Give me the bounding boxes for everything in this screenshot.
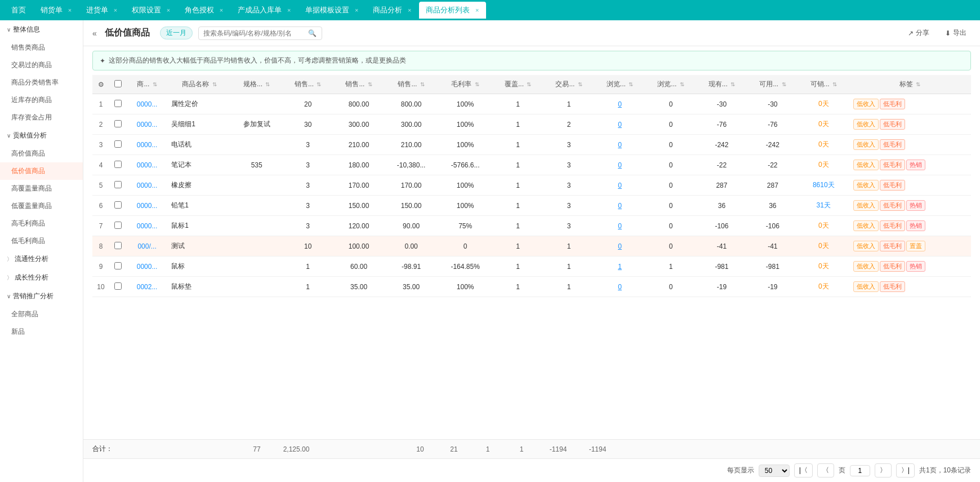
row-checkbox[interactable] <box>114 222 122 229</box>
row-browse1[interactable]: 0 <box>594 155 645 175</box>
per-page-select[interactable]: 50 100 200 <box>759 465 790 477</box>
close-icon[interactable]: × <box>220 7 223 14</box>
row-checkbox-cell <box>109 216 126 236</box>
sort-icon[interactable]: ⇅ <box>527 81 531 87</box>
sidebar-item-traded[interactable]: 交易过的商品 <box>0 56 83 74</box>
row-checkbox[interactable] <box>114 161 122 168</box>
sort-icon[interactable]: ⇅ <box>730 81 735 87</box>
sidebar-item-all-products[interactable]: 全部商品 <box>0 306 83 323</box>
close-icon[interactable]: × <box>408 7 411 14</box>
row-browse1[interactable]: 0 <box>594 94 645 114</box>
row-current: -22 <box>696 155 747 175</box>
search-input[interactable] <box>203 29 305 37</box>
sidebar-item-low-profit[interactable]: 低毛利商品 <box>0 232 83 250</box>
nav-sales[interactable]: 销货单 × <box>34 2 78 19</box>
row-checkbox[interactable] <box>114 242 122 249</box>
sort-icon[interactable]: ⇅ <box>680 81 684 87</box>
close-icon[interactable]: × <box>475 7 479 14</box>
row-browse1[interactable]: 0 <box>594 114 645 135</box>
sidebar-group-growth[interactable]: 〉 成长性分析 <box>0 268 83 287</box>
export-btn[interactable]: ⬇ 导出 <box>941 26 971 40</box>
sidebar-item-high-profit[interactable]: 高毛利商品 <box>0 215 83 232</box>
next-page-btn[interactable]: 〉 <box>875 463 892 477</box>
sort-icon[interactable]: ⇅ <box>153 81 157 87</box>
row-sales-amt: 170.00 <box>384 175 438 196</box>
sort-icon[interactable]: ⇅ <box>578 81 582 87</box>
close-icon[interactable]: × <box>287 7 291 14</box>
row-checkbox[interactable] <box>114 120 122 127</box>
sort-icon[interactable]: ⇅ <box>916 81 920 87</box>
prev-page-btn[interactable]: 〈 <box>817 463 834 477</box>
sidebar-item-near-stock[interactable]: 近库存的商品 <box>0 91 83 109</box>
tag-badge: 低收入 <box>853 200 879 211</box>
col-settings[interactable]: ⚙ <box>92 75 109 94</box>
sort-icon[interactable]: ⇅ <box>317 81 321 87</box>
row-browse2: 0 <box>645 114 696 135</box>
page-number-input[interactable] <box>850 465 870 476</box>
sort-icon[interactable]: ⇅ <box>420 81 425 87</box>
share-btn[interactable]: ↗ 分享 <box>903 26 934 40</box>
sidebar-item-high-coverage[interactable]: 高覆盖量商品 <box>0 180 83 197</box>
sort-icon[interactable]: ⇅ <box>212 81 217 87</box>
sidebar-item-category-rate[interactable]: 商品分类销售率 <box>0 74 83 91</box>
settings-icon[interactable]: ⚙ <box>98 81 104 89</box>
row-current: 287 <box>696 175 747 196</box>
nav-permission[interactable]: 权限设置 × <box>125 2 177 19</box>
nav-analysis[interactable]: 商品分析 × <box>366 2 418 19</box>
last-page-btn[interactable]: 〉| <box>896 463 915 477</box>
row-checkbox[interactable] <box>114 201 122 209</box>
filter-recent-month-btn[interactable]: 近一月 <box>160 26 193 39</box>
sidebar-item-low-value[interactable]: 低价值商品 <box>0 162 83 180</box>
nav-purchase[interactable]: 进货单 × <box>79 2 124 19</box>
sidebar-item-stock-fund[interactable]: 库存资金占用 <box>0 109 83 126</box>
sidebar-item-sales-products[interactable]: 销售类商品 <box>0 39 83 56</box>
sidebar-item-new-products[interactable]: 新品 <box>0 323 83 341</box>
row-checkbox[interactable] <box>114 181 122 188</box>
tag-badge: 低毛利 <box>880 281 905 292</box>
sort-icon[interactable]: ⇅ <box>832 81 837 87</box>
nav-product-in[interactable]: 产成品入库单 × <box>231 2 297 19</box>
close-icon[interactable]: × <box>114 7 117 14</box>
row-checkbox[interactable] <box>114 100 122 107</box>
row-browse1[interactable]: 1 <box>594 257 645 277</box>
tag-badge: 低收入 <box>853 99 879 109</box>
close-icon[interactable]: × <box>68 7 72 14</box>
close-icon[interactable]: × <box>167 7 170 14</box>
row-browse1[interactable]: 0 <box>594 196 645 216</box>
data-table-wrapper: ⚙ 商... ⇅ 商品名称 ⇅ 规格... ⇅ 销售... ⇅ 销售... ⇅ … <box>83 75 980 439</box>
row-checkbox[interactable] <box>114 262 122 269</box>
nav-home[interactable]: 首页 <box>5 2 33 19</box>
select-all-checkbox[interactable] <box>114 80 122 87</box>
row-browse1[interactable]: 0 <box>594 236 645 257</box>
row-browse1[interactable]: 0 <box>594 175 645 196</box>
sidebar-item-high-value[interactable]: 高价值商品 <box>0 145 83 162</box>
sidebar-group-overall[interactable]: ∨ 整体信息 <box>0 20 83 39</box>
collapse-sidebar-btn[interactable]: « <box>92 29 97 38</box>
tag-badge: 低毛利 <box>880 99 905 109</box>
search-icon[interactable]: 🔍 <box>308 29 317 37</box>
close-icon[interactable]: × <box>355 7 358 14</box>
nav-template[interactable]: 单据模板设置 × <box>299 2 365 19</box>
sidebar-item-low-coverage[interactable]: 低覆盖量商品 <box>0 197 83 215</box>
sort-icon[interactable]: ⇅ <box>475 81 479 87</box>
first-page-btn[interactable]: |〈 <box>794 463 813 477</box>
sidebar-group-marketing[interactable]: ∨ 营销推广分析 <box>0 287 83 306</box>
row-browse1[interactable]: 0 <box>594 216 645 236</box>
nav-analysis-list[interactable]: 商品分析列表 × <box>419 2 485 19</box>
row-name: 铅笔1 <box>168 196 231 216</box>
row-browse1[interactable]: 0 <box>594 277 645 297</box>
export-label: 导出 <box>953 28 966 38</box>
sort-icon[interactable]: ⇅ <box>629 81 633 87</box>
col-sellable: 可销... ⇅ <box>798 75 849 94</box>
sort-icon[interactable]: ⇅ <box>782 81 786 87</box>
nav-role[interactable]: 角色授权 × <box>178 2 230 19</box>
row-checkbox[interactable] <box>114 140 122 148</box>
sidebar-group-circulation[interactable]: 〉 流通性分析 <box>0 250 83 268</box>
row-sales-qty: 20 <box>282 94 333 114</box>
sort-icon[interactable]: ⇅ <box>265 81 270 87</box>
sidebar-group-contribution[interactable]: ∨ 贡献值分析 <box>0 126 83 145</box>
row-name: 属性定价 <box>168 94 231 114</box>
sort-icon[interactable]: ⇅ <box>368 81 372 87</box>
row-checkbox[interactable] <box>114 282 122 290</box>
row-browse1[interactable]: 0 <box>594 135 645 155</box>
